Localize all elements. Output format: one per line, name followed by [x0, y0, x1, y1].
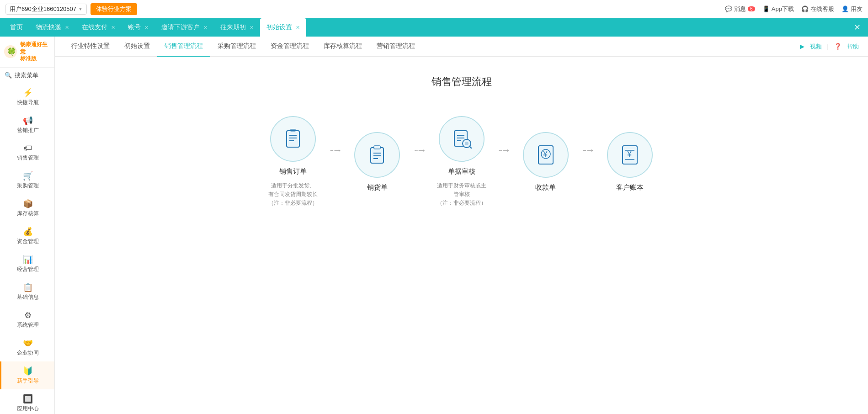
close-tab-icon[interactable]: ✕ [203, 25, 208, 31]
nav-tab-首页[interactable]: 首页 [4, 18, 29, 37]
flow-step-review[interactable]: 单据审核 适用于财务审核或主管审核（注：非必要流程） [430, 116, 494, 208]
search-menu[interactable]: 🔍 搜索菜单 [0, 68, 54, 83]
flow-step-sales-delivery[interactable]: 销货单 [345, 132, 409, 192]
sub-tab-销售管理流程[interactable]: 销售管理流程 [157, 37, 210, 57]
svg-text:¥: ¥ [627, 149, 632, 159]
flow-step-sales-order[interactable]: 销售订单 适用于分批发货、有合同发货周期较长（注：非必要流程） [261, 116, 325, 208]
svg-rect-8 [374, 146, 380, 149]
nav-tab-label: 初始设置 [266, 23, 292, 32]
nav-tab-在线支付[interactable]: 在线支付✕ [75, 18, 122, 37]
close-tab-icon[interactable]: ✕ [65, 25, 69, 31]
sidebar-item-app-center[interactable]: 🔲 应用中心 [0, 389, 54, 414]
sub-tab-初始设置[interactable]: 初始设置 [117, 37, 157, 57]
user-avatar-button[interactable]: 👤 用友 [841, 5, 863, 13]
flow-arrow-3: ···→ [498, 144, 509, 156]
sub-tabs: 行业特性设置初始设置销售管理流程采购管理流程资金管理流程库存核算流程营销管理流程… [55, 37, 868, 57]
svg-rect-6 [290, 129, 296, 132]
inventory-icon: 📦 [23, 199, 33, 209]
sub-tab-营销管理流程[interactable]: 营销管理流程 [369, 37, 422, 57]
sidebar-item-label: 快捷导航 [17, 99, 39, 106]
nav-tab-初始设置[interactable]: 初始设置✕ [260, 18, 306, 37]
sidebar-item-finance[interactable]: 💰 资金管理 [0, 222, 54, 250]
divider: | [827, 43, 829, 50]
message-button[interactable]: 💬 消息 6 [725, 5, 755, 13]
help-label[interactable]: 帮助 [847, 42, 859, 51]
sales-icon: 🏷 [24, 143, 32, 153]
sub-tab-行业特性设置[interactable]: 行业特性设置 [64, 37, 117, 57]
close-tab-icon[interactable]: ✕ [250, 25, 254, 31]
sidebar-item-inventory[interactable]: 📦 库存核算 [0, 194, 54, 222]
finance-icon: 💰 [23, 227, 33, 237]
flow-step-circle [270, 116, 316, 162]
flow-steps: 销售订单 适用于分批发货、有合同发货周期较长（注：非必要流程） ···→ 销货单… [261, 116, 662, 208]
nav-tab-label: 首页 [10, 23, 23, 32]
nav-tab-往来期初[interactable]: 往来期初✕ [214, 18, 260, 37]
user-selector[interactable]: 用户690企业1660120507 ▼ [5, 4, 87, 15]
flow-step-name: 销货单 [367, 183, 388, 192]
sidebar-items: ⚡ 快捷导航 📢 营销推广 🏷 销售管理 🛒 采购管理 📦 库存核算 💰 资金管… [0, 83, 54, 414]
svg-point-17 [465, 142, 469, 145]
flow-arrow-2: ···→ [414, 144, 425, 156]
sidebar-item-label: 系统管理 [17, 321, 39, 329]
flow-step-circle: ¥ [607, 132, 653, 178]
app-download-button[interactable]: 📱 App下载 [762, 5, 794, 13]
sidebar-item-system[interactable]: ⚙ 系统管理 [0, 306, 54, 334]
sidebar-item-label: 销售管理 [17, 154, 39, 162]
purchase-icon: 🛒 [23, 171, 33, 181]
sidebar-item-newbie[interactable]: 🔰 新手引导 [0, 361, 54, 389]
avatar-icon: 👤 [841, 5, 849, 12]
close-tab-icon[interactable]: ✕ [144, 25, 149, 31]
sidebar: 🍀 畅康通好生意标准版 🔍 搜索菜单 ⚡ 快捷导航 📢 营销推广 🏷 销售管理 … [0, 37, 55, 414]
user-name-label: 用友 [851, 5, 863, 13]
flow-arrow-1: ···→ [330, 144, 341, 156]
flow-step-name: 销售订单 [279, 167, 307, 176]
flow-step-receipt[interactable]: ¥ 收款单 [514, 132, 578, 192]
nav-tab-label: 物流快递 [36, 23, 61, 32]
svg-line-18 [469, 146, 471, 148]
flow-step-circle [439, 116, 485, 162]
nav-tab-账号[interactable]: 账号✕ [122, 18, 155, 37]
basic-icon: 📋 [23, 282, 33, 292]
sub-tab-库存核算流程[interactable]: 库存核算流程 [316, 37, 369, 57]
trial-button[interactable]: 体验行业方案 [91, 3, 137, 15]
enterprise-coop-icon: 🤝 [23, 338, 33, 348]
sidebar-item-purchase[interactable]: 🛒 采购管理 [0, 166, 54, 194]
message-label: 消息 [734, 5, 746, 13]
nav-tab-物流快递[interactable]: 物流快递✕ [29, 18, 75, 37]
headset-icon: 🎧 [801, 5, 809, 12]
sidebar-item-label: 采购管理 [17, 182, 39, 190]
flow-step-name: 客户账本 [616, 183, 644, 192]
flow-step-name: 单据审核 [448, 167, 475, 176]
marketing-icon: 📢 [23, 116, 33, 126]
app-download-label: App下载 [772, 5, 794, 13]
search-icon: 🔍 [5, 72, 12, 79]
sidebar-item-sales[interactable]: 🏷 销售管理 [0, 139, 54, 166]
sub-tab-资金管理流程[interactable]: 资金管理流程 [263, 37, 316, 57]
sidebar-item-operation[interactable]: 📊 经营管理 [0, 250, 54, 278]
logo-text: 畅康通好生意标准版 [20, 41, 51, 63]
sidebar-item-basic[interactable]: 📋 基础信息 [0, 278, 54, 306]
sub-tab-right-actions: ▶ 视频 | ❓ 帮助 [800, 42, 859, 51]
flow-step-desc: 适用于财务审核或主管审核（注：非必要流程） [437, 181, 486, 208]
sidebar-item-enterprise-coop[interactable]: 🤝 企业协同 [0, 334, 54, 361]
app-center-icon: 🔲 [23, 394, 33, 404]
svg-rect-2 [287, 131, 299, 147]
close-tab-icon[interactable]: ✕ [111, 25, 115, 31]
flow-step-account[interactable]: ¥ 客户账本 [598, 132, 662, 192]
close-all-tabs-button[interactable]: ✕ [850, 22, 864, 32]
sidebar-item-label: 基础信息 [17, 293, 39, 301]
system-icon: ⚙ [24, 310, 32, 320]
sidebar-item-marketing[interactable]: 📢 营销推广 [0, 111, 54, 139]
nav-tab-邀请下游客户[interactable]: 邀请下游客户✕ [155, 18, 214, 37]
message-badge: 6 [748, 6, 755, 11]
user-label: 用户690企业1660120507 [10, 5, 76, 13]
help-icon: ❓ [834, 43, 841, 50]
sub-tab-采购管理流程[interactable]: 采购管理流程 [210, 37, 263, 57]
nav-tabs: 首页物流快递✕在线支付✕账号✕邀请下游客户✕往来期初✕初始设置✕✕ [0, 18, 868, 37]
video-label[interactable]: 视频 [810, 42, 822, 51]
sidebar-item-quick-nav[interactable]: ⚡ 快捷导航 [0, 83, 54, 111]
online-service-button[interactable]: 🎧 在线客服 [801, 5, 834, 13]
sidebar-item-label: 营销推广 [17, 127, 39, 134]
flow-content: 销售管理流程 销售订单 适用于分批发货、有合同发货周期较长（注：非必要流程） ·… [55, 57, 868, 414]
close-tab-icon[interactable]: ✕ [296, 25, 300, 31]
